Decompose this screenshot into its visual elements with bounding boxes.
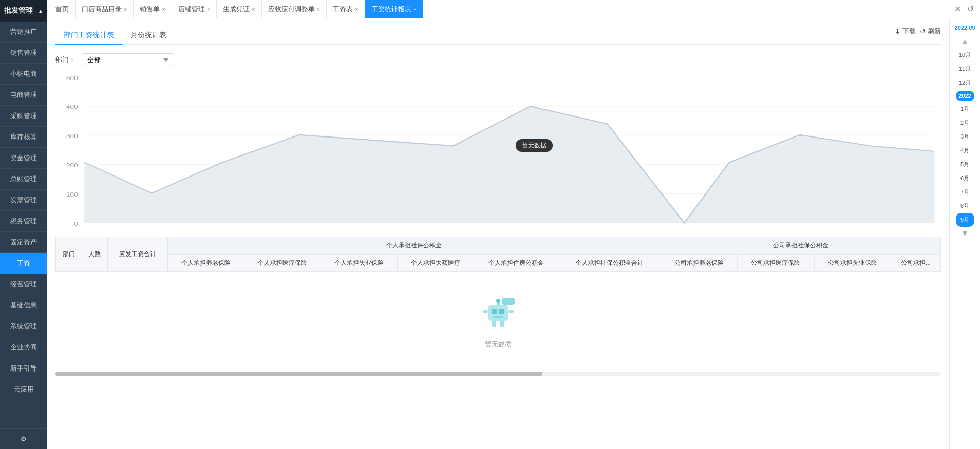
timeline-month-12[interactable]: 12月 — [956, 76, 974, 90]
col-sub-header: 个人承担住房公积金 — [474, 255, 559, 272]
sidebar-item-营销推广[interactable]: 营销推广 — [0, 22, 47, 43]
sidebar-item-总账管理[interactable]: 总账管理 — [0, 169, 47, 190]
col-dept: 部门 — [56, 237, 82, 272]
sidebar-item-系统管理[interactable]: 系统管理 — [0, 316, 47, 337]
tab-工资表[interactable]: 工资表× — [327, 0, 365, 18]
tab-工资统计报表[interactable]: 工资统计报表× — [365, 0, 423, 18]
scrollbar-thumb[interactable] — [55, 372, 542, 376]
horizontal-scrollbar[interactable] — [55, 372, 941, 376]
svg-rect-14 — [492, 309, 497, 314]
timeline-month-2[interactable]: 2月 — [956, 116, 974, 130]
tab-close-btn[interactable]: × — [413, 6, 417, 12]
timeline-month-7[interactable]: 7月 — [956, 185, 974, 199]
action-buttons: ⬇ 下载 ↺ 刷新 — [895, 27, 941, 36]
sub-tab-0[interactable]: 部门工资统计表 — [55, 27, 122, 45]
timeline-up-nav[interactable]: ▲ — [959, 35, 971, 48]
svg-text:100: 100 — [66, 191, 78, 198]
col-sub-header: 个人承担失业保险 — [321, 255, 397, 272]
tab-label: 销售单 — [140, 5, 160, 14]
sub-tab-1[interactable]: 月份统计表 — [122, 27, 175, 45]
col-sub-header: 个人承担医疗保险 — [244, 255, 321, 272]
sidebar-item-采购管理[interactable]: 采购管理 — [0, 106, 47, 127]
sidebar-title: 批发管理 — [4, 6, 33, 15]
sidebar-item-经营管理[interactable]: 经营管理 — [0, 274, 47, 295]
svg-rect-13 — [488, 305, 508, 321]
svg-rect-23 — [502, 298, 515, 305]
tab-close-btn[interactable]: × — [124, 6, 127, 12]
data-table: 部门 人数 应发工资合计 个人承担社保公积金 公司承担社保公积金 个人承担养老保… — [55, 237, 941, 272]
chart-svg: 0 100 200 300 400 500 — [55, 74, 941, 228]
close-all-button[interactable]: ✕ — [952, 3, 963, 15]
timeline-month-4[interactable]: 4月 — [956, 144, 974, 158]
chart-area: 0 100 200 300 400 500 — [55, 74, 941, 228]
download-button[interactable]: ⬇ 下载 — [895, 27, 916, 36]
sidebar-item-固定资产[interactable]: 固定资产 — [0, 232, 47, 253]
tab-label: 首页 — [55, 5, 69, 14]
tab-close-btn[interactable]: × — [355, 6, 358, 12]
col-sub-header: 公司承担医疗保险 — [738, 255, 814, 272]
col-sub-header: 个人承担社保公积金合计 — [559, 255, 661, 272]
timeline-month-10[interactable]: 10月 — [956, 48, 974, 62]
col-sub-header: 公司承担失业保险 — [814, 255, 891, 272]
sidebar-item-小畅电商[interactable]: 小畅电商 — [0, 64, 47, 85]
timeline-month-5[interactable]: 5月 — [956, 158, 974, 171]
refresh-icon: ↺ — [920, 28, 926, 35]
col-sub-header: 公司承担... — [891, 255, 940, 272]
tab-销售单[interactable]: 销售单× — [134, 0, 172, 18]
sidebar-item-税务管理[interactable]: 税务管理 — [0, 211, 47, 232]
timeline-month-11[interactable]: 11月 — [956, 62, 974, 76]
col-sub-header: 个人承担养老保险 — [167, 255, 244, 272]
sidebar-settings[interactable]: ⚙ — [0, 428, 47, 449]
tab-label: 生成凭证 — [223, 5, 250, 14]
col-group-personal: 个人承担社保公积金 — [167, 237, 661, 255]
timeline-year-display: 2022.09 — [955, 23, 975, 35]
col-count: 人数 — [82, 237, 108, 272]
timeline-month-3[interactable]: 3月 — [956, 130, 974, 144]
timeline-month-9[interactable]: 9月 — [956, 213, 974, 227]
dept-select[interactable]: 全部销售部财务部采购部仓储部 — [82, 53, 174, 66]
tab-bar-actions: ✕ ↺ — [952, 3, 980, 15]
tab-店铺管理[interactable]: 店铺管理× — [172, 0, 217, 18]
toolbar: 部门： 全部销售部财务部采购部仓储部 — [55, 53, 941, 66]
col-sub-header: 公司承担养老保险 — [661, 255, 738, 272]
sidebar-item-云应用[interactable]: 云应用 — [0, 379, 47, 400]
svg-rect-21 — [492, 321, 496, 327]
svg-point-18 — [496, 299, 500, 303]
sidebar-item-企业协同[interactable]: 企业协同 — [0, 337, 47, 358]
sidebar-item-发票管理[interactable]: 发票管理 — [0, 190, 47, 211]
tab-close-btn[interactable]: × — [317, 6, 320, 12]
sidebar-item-电商管理[interactable]: 电商管理 — [0, 85, 47, 106]
tab-label: 工资统计报表 — [371, 5, 411, 14]
tab-生成凭证[interactable]: 生成凭证× — [217, 0, 261, 18]
tab-门店商品目录[interactable]: 门店商品目录× — [76, 0, 134, 18]
sidebar-header[interactable]: 批发管理 ▲ — [0, 0, 47, 22]
gear-icon: ⚙ — [21, 435, 27, 443]
sidebar-item-销售管理[interactable]: 销售管理 — [0, 43, 47, 64]
table-wrapper: 部门 人数 应发工资合计 个人承担社保公积金 公司承担社保公积金 个人承担养老保… — [55, 237, 941, 272]
svg-text:400: 400 — [66, 103, 78, 110]
refresh-button[interactable]: ↺ 刷新 — [920, 27, 941, 36]
timeline-month-6[interactable]: 6月 — [956, 171, 974, 185]
tab-应收应付调整单[interactable]: 应收应付调整单× — [262, 0, 327, 18]
tab-close-btn[interactable]: × — [162, 6, 165, 12]
tab-首页[interactable]: 首页 — [49, 0, 76, 18]
sidebar-item-资金管理[interactable]: 资金管理 — [0, 148, 47, 169]
sidebar-item-基础信息[interactable]: 基础信息 — [0, 295, 47, 316]
tab-close-btn[interactable]: × — [252, 6, 255, 12]
svg-rect-19 — [483, 310, 488, 313]
timeline-month-8[interactable]: 8月 — [956, 199, 974, 213]
sidebar-item-新手引导[interactable]: 新手引导 — [0, 358, 47, 379]
sidebar: 批发管理 ▲ 营销推广销售管理小畅电商电商管理采购管理库存核算资金管理总账管理发… — [0, 0, 47, 449]
tab-label: 门店商品目录 — [82, 5, 122, 14]
svg-text:200: 200 — [66, 162, 78, 169]
timeline-month-1[interactable]: 1月 — [956, 102, 974, 116]
sidebar-item-库存核算[interactable]: 库存核算 — [0, 127, 47, 148]
tab-label: 工资表 — [333, 5, 353, 14]
col-total-wage: 应发工资合计 — [108, 237, 167, 272]
refresh-tab-button[interactable]: ↺ — [965, 3, 976, 15]
timeline-down-nav[interactable]: ▼ — [959, 227, 971, 240]
tab-close-btn[interactable]: × — [207, 6, 210, 12]
sidebar-item-工资[interactable]: 工资 — [0, 253, 47, 274]
svg-rect-20 — [508, 310, 514, 313]
main-area: 首页门店商品目录×销售单×店铺管理×生成凭证×应收应付调整单×工资表×工资统计报… — [47, 0, 980, 449]
